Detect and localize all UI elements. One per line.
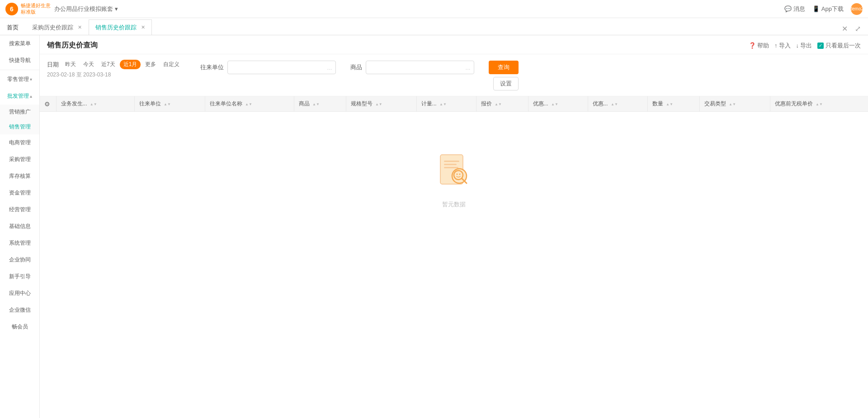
sidebar-item-ecommerce[interactable]: 电商管理 — [0, 134, 39, 151]
only-last-checkbox-area[interactable]: ✓ 只看最后一次 — [817, 42, 861, 50]
page-header: 销售历史价查询 ❓ 帮助 ↑ 导入 ↓ 导出 ✓ — [40, 35, 868, 54]
sidebar-item-app-center[interactable]: 应用中心 — [0, 285, 39, 302]
table-col-trade-type: 交易类型 ▲▼ — [699, 96, 770, 112]
table-area: ⚙ 业务发生... ▲▼ 往来单位 ▲▼ 往来单位名称 — [40, 96, 868, 245]
sidebar-item-finance[interactable]: 资金管理 — [0, 185, 39, 201]
empty-mascot-icon — [431, 148, 476, 193]
sort-icon-pretax-price[interactable]: ▲▼ — [816, 102, 823, 106]
sidebar-item-enterprise[interactable]: 企业协同 — [0, 252, 39, 268]
empty-state: 暂元数据 — [40, 112, 868, 245]
help-icon: ❓ — [749, 42, 756, 49]
sort-icon-partner-name[interactable]: ▲▼ — [245, 102, 252, 106]
import-icon: ↑ — [774, 42, 778, 49]
partner-label: 往来单位 — [200, 63, 224, 71]
date-tab-yesterday[interactable]: 昨天 — [62, 60, 79, 69]
tab-purchase-history[interactable]: 采购历史价跟踪 ✕ — [25, 19, 89, 35]
message-button[interactable]: 💬 消息 — [784, 5, 805, 13]
close-all-tabs-button[interactable]: ✕ — [840, 23, 849, 35]
date-tab-7days[interactable]: 近7天 — [99, 60, 118, 69]
sort-icon-discount2[interactable]: ▲▼ — [611, 102, 618, 106]
date-tab-today[interactable]: 今天 — [80, 60, 97, 69]
sort-icon-price[interactable]: ▲▼ — [495, 102, 502, 106]
sort-icon-unit[interactable]: ▲▼ — [439, 102, 447, 106]
logo-icon: 6 — [5, 3, 18, 15]
sidebar-item-quick-nav[interactable]: 快捷导航 — [0, 52, 39, 69]
sidebar-item-wechat[interactable]: 企业微信 — [0, 302, 39, 318]
date-range-display: 2023-02-18 至 2023-03-18 — [47, 71, 182, 79]
sidebar-item-wholesale[interactable]: 批发管理 ▴ — [0, 88, 39, 104]
top-bar: 6 畅捷通好生意 标准版 办公用品行业模拟账套 ▾ 💬 消息 📱 App下载 d… — [0, 0, 868, 18]
close-purchase-tab-icon[interactable]: ✕ — [78, 24, 82, 30]
data-table: ⚙ 业务发生... ▲▼ 往来单位 ▲▼ 往来单位名称 — [40, 96, 868, 112]
workspace-selector[interactable]: 办公用品行业模拟账套 ▾ — [54, 5, 118, 13]
empty-state-text: 暂元数据 — [442, 200, 466, 209]
only-last-checkbox[interactable]: ✓ — [817, 43, 824, 49]
sidebar-sub-wholesale: 营销推广 销售管理 — [0, 104, 39, 134]
sort-icon-discount1[interactable]: ▲▼ — [551, 102, 558, 106]
sidebar-item-marketing[interactable]: 营销推广 — [0, 104, 39, 119]
tab-home[interactable]: 首页 — [0, 19, 25, 35]
sidebar-item-retail[interactable]: 零售管理 ▾ — [0, 71, 39, 88]
sidebar: 搜索菜单 快捷导航 零售管理 ▾ 批发管理 ▴ 营销推广 销售管理 电商管理 采… — [0, 35, 40, 418]
goods-input-dots: ... — [466, 64, 471, 71]
page-header-actions: ❓ 帮助 ↑ 导入 ↓ 导出 ✓ 只看最后一次 — [749, 42, 861, 50]
search-menu-label: 搜索菜单 — [9, 40, 31, 48]
table-col-goods: 商品 ▲▼ — [294, 96, 346, 112]
date-label: 日期 — [47, 61, 59, 69]
empty-icon — [431, 148, 476, 193]
help-button[interactable]: ❓ 帮助 — [749, 42, 769, 50]
quick-nav-label: 快捷导航 — [9, 57, 31, 64]
goods-label: 商品 — [350, 63, 362, 71]
tab-sales-history[interactable]: 销售历史价跟踪 ✕ — [89, 19, 152, 35]
date-tabs: 日期 昨天 今天 近7天 近1月 更多 自定义 — [47, 60, 182, 69]
download-icon: 📱 — [812, 5, 820, 12]
table-col-biz-date: 业务发生... ▲▼ — [56, 96, 134, 112]
goods-input[interactable]: ... — [366, 61, 474, 74]
import-button[interactable]: ↑ 导入 — [774, 42, 791, 50]
table-col-settings: ⚙ — [40, 96, 56, 112]
sidebar-item-member[interactable]: 畅会员 — [0, 318, 39, 335]
date-tab-custom[interactable]: 自定义 — [160, 60, 182, 69]
filter-actions: 查询 设置 — [489, 61, 519, 90]
table-settings-icon[interactable]: ⚙ — [44, 100, 50, 108]
sort-icon-goods[interactable]: ▲▼ — [312, 102, 320, 106]
query-button[interactable]: 查询 — [489, 61, 519, 74]
app-download-button[interactable]: 📱 App下载 — [812, 5, 844, 13]
date-tab-more[interactable]: 更多 — [142, 60, 159, 69]
table-col-spec: 规格型号 ▲▼ — [346, 96, 416, 112]
close-sales-tab-icon[interactable]: ✕ — [141, 24, 145, 30]
partner-input[interactable]: ... — [227, 61, 336, 74]
sidebar-item-purchase[interactable]: 采购管理 — [0, 151, 39, 168]
export-icon: ↓ — [796, 42, 799, 49]
content-area: 销售历史价查询 ❓ 帮助 ↑ 导入 ↓ 导出 ✓ — [40, 35, 868, 418]
table-col-quantity: 数量 ▲▼ — [647, 96, 699, 112]
sidebar-item-system[interactable]: 系统管理 — [0, 235, 39, 252]
sidebar-item-inventory[interactable]: 库存核算 — [0, 168, 39, 185]
date-filter: 日期 昨天 今天 近7天 近1月 更多 自定义 2023-02-18 至 202… — [47, 60, 182, 79]
sidebar-item-guide[interactable]: 新手引导 — [0, 268, 39, 285]
top-bar-right: 💬 消息 📱 App下载 demo2 — [784, 3, 863, 15]
user-menu[interactable]: demo2 — [851, 3, 863, 15]
table-header: ⚙ 业务发生... ▲▼ 往来单位 ▲▼ 往来单位名称 — [40, 96, 868, 112]
main-layout: 搜索菜单 快捷导航 零售管理 ▾ 批发管理 ▴ 营销推广 销售管理 电商管理 采… — [0, 35, 868, 418]
sort-icon-quantity[interactable]: ▲▼ — [666, 102, 673, 106]
date-tab-1month[interactable]: 近1月 — [120, 60, 141, 69]
sidebar-divider-1 — [0, 70, 39, 70]
logo-text: 畅捷通好生意 标准版 — [21, 3, 51, 14]
sort-icon-partner-code[interactable]: ▲▼ — [164, 102, 171, 106]
svg-rect-1 — [444, 161, 459, 162]
sidebar-item-operations[interactable]: 经营管理 — [0, 201, 39, 218]
sidebar-item-search-menu[interactable]: 搜索菜单 — [0, 35, 39, 52]
sidebar-item-sales[interactable]: 销售管理 — [0, 119, 39, 134]
sort-icon-spec[interactable]: ▲▼ — [375, 102, 382, 106]
table-col-partner-code: 往来单位 ▲▼ — [134, 96, 205, 112]
table-col-price: 报价 ▲▼ — [476, 96, 528, 112]
sidebar-item-basic-info[interactable]: 基础信息 — [0, 218, 39, 235]
export-button[interactable]: ↓ 导出 — [796, 42, 812, 50]
sort-icon-trade-type[interactable]: ▲▼ — [729, 102, 736, 106]
filter-bar: 日期 昨天 今天 近7天 近1月 更多 自定义 2023-02-18 至 202… — [40, 54, 868, 96]
goods-filter-group: 商品 ... — [350, 61, 474, 74]
settings-button[interactable]: 设置 — [493, 77, 519, 90]
sort-icon-biz-date[interactable]: ▲▼ — [90, 102, 97, 106]
maximize-button[interactable]: ⤢ — [853, 23, 863, 35]
